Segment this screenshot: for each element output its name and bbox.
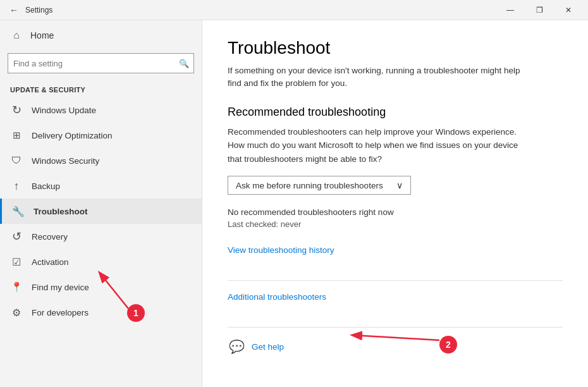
search-icon[interactable]: 🔍 (176, 56, 192, 71)
last-checked-text: Last checked: never (228, 219, 563, 229)
home-icon: ⌂ (10, 29, 23, 42)
divider-2 (228, 327, 563, 328)
sidebar-item-label: Windows Update (32, 106, 96, 115)
sidebar-home-label: Home (30, 30, 54, 40)
get-help-link[interactable]: Get help (252, 342, 284, 352)
titlebar: ← Settings — ❐ ✕ (0, 0, 588, 20)
chevron-down-icon: ∨ (396, 180, 403, 190)
titlebar-title: Settings (25, 6, 496, 15)
sidebar-section-title: Update & Security (0, 81, 202, 97)
back-button[interactable]: ← (5, 1, 23, 19)
get-help-item: 💬 Get help (228, 338, 563, 355)
sidebar-item-windows-update[interactable]: ↻ Windows Update (0, 97, 202, 123)
sidebar-item-windows-security[interactable]: 🛡 Windows Security (0, 148, 202, 173)
page-title: Troubleshoot (228, 38, 563, 58)
delivery-optimization-icon: ⊞ (10, 129, 23, 142)
sidebar-item-troubleshoot[interactable]: 🔧 Troubleshoot (0, 199, 202, 224)
sidebar-item-recovery[interactable]: ↺ Recovery (0, 224, 202, 249)
sidebar-item-label: Troubleshoot (34, 207, 88, 216)
recommended-desc: Recommended troubleshooters can help imp… (228, 125, 531, 166)
content-area: Troubleshoot If something on your device… (202, 20, 588, 387)
sidebar-item-find-my-device[interactable]: 📍 Find my device (0, 274, 202, 300)
sidebar-home[interactable]: ⌂ Home (0, 20, 202, 51)
sidebar-item-label: For developers (32, 308, 89, 317)
recommended-section-title: Recommended troubleshooting (228, 106, 563, 119)
divider (228, 280, 563, 281)
page-subtitle: If something on your device isn't workin… (228, 64, 531, 90)
sidebar-item-label: Activation (32, 257, 69, 267)
sidebar-item-activation[interactable]: ☑ Activation (0, 249, 202, 274)
find-my-device-icon: 📍 (10, 281, 23, 293)
search-box: 🔍 (8, 53, 194, 73)
for-developers-icon: ⚙ (10, 306, 23, 319)
sidebar: ⌂ Home 🔍 Update & Security ↻ Windows Upd… (0, 20, 202, 387)
view-history-link[interactable]: View troubleshooting history (228, 245, 334, 255)
dropdown-value: Ask me before running troubleshooters (236, 181, 383, 190)
back-icon: ← (9, 5, 18, 15)
sidebar-item-backup[interactable]: ↑ Backup (0, 173, 202, 199)
troubleshoot-icon: 🔧 (12, 205, 25, 218)
sidebar-item-label: Find my device (32, 283, 89, 292)
windows-update-icon: ↻ (10, 104, 23, 116)
get-help-icon: 💬 (228, 338, 245, 355)
minimize-button[interactable]: — (496, 0, 525, 20)
sidebar-item-label: Recovery (32, 232, 68, 242)
sidebar-item-label: Delivery Optimization (32, 131, 113, 140)
sidebar-item-label: Backup (32, 181, 60, 191)
windows-security-icon: 🛡 (10, 154, 23, 167)
search-input[interactable] (8, 53, 194, 73)
sidebar-item-for-developers[interactable]: ⚙ For developers (0, 300, 202, 325)
main-layout: ⌂ Home 🔍 Update & Security ↻ Windows Upd… (0, 20, 588, 387)
close-button[interactable]: ✕ (554, 0, 583, 20)
maximize-button[interactable]: ❐ (525, 0, 554, 20)
activation-icon: ☑ (10, 255, 23, 268)
status-text: No recommended troubleshooters right now (228, 207, 563, 217)
troubleshooter-dropdown[interactable]: Ask me before running troubleshooters ∨ (228, 176, 411, 195)
sidebar-item-label: Windows Security (32, 156, 99, 166)
sidebar-item-delivery-optimization[interactable]: ⊞ Delivery Optimization (0, 123, 202, 148)
backup-icon: ↑ (10, 180, 23, 192)
recovery-icon: ↺ (10, 230, 23, 243)
additional-troubleshooters-link[interactable]: Additional troubleshooters (228, 292, 326, 302)
window-controls: — ❐ ✕ (496, 0, 583, 20)
